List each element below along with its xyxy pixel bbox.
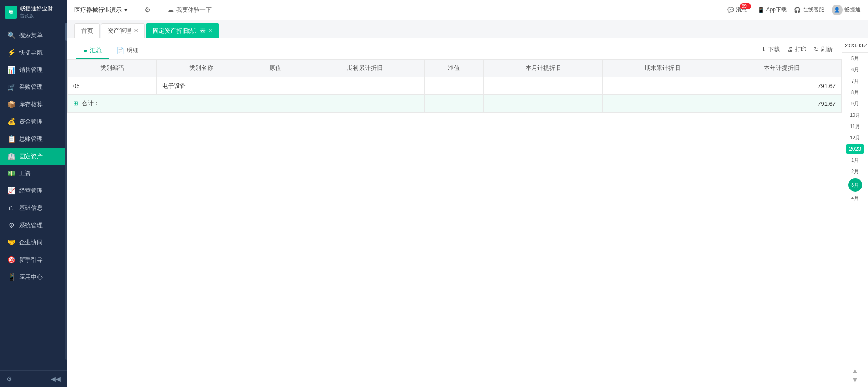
right-panel: 2023.03 ⤢ ✕ 5月 6月 7月 8月 9月 10月 11月 12月 2… <box>842 38 868 387</box>
lightning-icon: ⚡ <box>7 49 15 57</box>
refresh-icon: ↻ <box>814 46 819 53</box>
detail-tab-icon: 📄 <box>116 47 124 54</box>
building-icon: 🏢 <box>7 152 15 160</box>
sidebar-header: 畅 畅捷通好业财 普及版 <box>0 0 67 25</box>
sidebar-item-sales[interactable]: 📊 销售管理 <box>0 61 67 79</box>
summary-initial-dep <box>305 95 424 113</box>
topbar-settings-icon[interactable]: ⚙ <box>144 5 151 14</box>
year-2023-label: 2023 <box>846 144 864 154</box>
sidebar-item-system[interactable]: ⚙ 系统管理 <box>0 217 67 234</box>
trend-icon: 📈 <box>7 187 15 195</box>
banknote-icon: 💵 <box>7 169 15 178</box>
collapse-icon[interactable]: ◀◀ <box>51 375 61 382</box>
tab-fixed-depreciation[interactable]: 固定资产折旧统计表 ✕ <box>146 23 219 38</box>
tab-fixed-close[interactable]: ✕ <box>208 28 213 34</box>
sidebar-item-corp[interactable]: 🤝 企业协同 <box>0 234 67 251</box>
settings-footer-icon[interactable]: ⚙ <box>6 375 12 382</box>
app-title-block: 畅捷通好业财 普及版 <box>20 5 53 19</box>
subtab-summary[interactable]: ● 汇总 <box>76 43 109 59</box>
content: ● 汇总 📄 明细 ⬇ 下载 🖨 打印 <box>67 38 868 387</box>
scroll-up-btn[interactable]: ▲ <box>852 367 858 374</box>
user-avatar: 👤 <box>832 5 843 15</box>
month-item-5[interactable]: 5月 <box>842 53 868 64</box>
search-icon: 🔍 <box>7 31 15 40</box>
topbar-divider <box>136 5 136 15</box>
sidebar-item-fixed[interactable]: 🏢 固定资产 <box>0 148 67 165</box>
messages-badge: 99+ <box>740 3 751 9</box>
customer-service-btn[interactable]: 🎧 在线客服 <box>794 6 824 14</box>
messages-btn[interactable]: 💬 消息 99+ <box>727 6 747 14</box>
sidebar-item-base[interactable]: 🗂 基础信息 <box>0 199 67 217</box>
right-panel-scroll: 5月 6月 7月 8月 9月 10月 11月 12月 2023 1月 2月 3月… <box>842 53 868 363</box>
experience-btn[interactable]: ☁ 我要体验一下 <box>168 6 212 14</box>
sidebar-item-ledger[interactable]: 📋 总账管理 <box>0 130 67 148</box>
print-btn[interactable]: 🖨 打印 <box>787 45 807 54</box>
message-icon: 💬 <box>727 7 734 13</box>
sidebar-item-label: 库存核算 <box>19 100 43 109</box>
cart-icon: 🛒 <box>7 83 15 91</box>
download-btn[interactable]: ⬇ 下载 <box>761 45 780 54</box>
month-item-12[interactable]: 12月 <box>842 132 868 144</box>
company-selector[interactable]: 医疗器械行业演示 ▾ <box>74 6 128 14</box>
sidebar-scroll-track <box>65 23 67 360</box>
month-item-6[interactable]: 6月 <box>842 64 868 75</box>
subtab-detail[interactable]: 📄 明细 <box>109 43 146 59</box>
summary-original <box>246 95 305 113</box>
tab-asset-close[interactable]: ✕ <box>134 28 138 34</box>
expand-icon[interactable]: ⤢ <box>863 42 868 49</box>
month-item-9[interactable]: 9月 <box>842 98 868 109</box>
sidebar-item-apps[interactable]: 📱 应用中心 <box>0 268 67 286</box>
sidebar-item-purchase[interactable]: 🛒 采购管理 <box>0 79 67 96</box>
dropdown-icon: ▾ <box>124 6 128 13</box>
month-item-2023-4[interactable]: 4月 <box>842 193 868 204</box>
month-item-8[interactable]: 8月 <box>842 87 868 98</box>
col-initial-dep: 期初累计折旧 <box>305 60 424 77</box>
tabbar: 首页 资产管理 ✕ 固定资产折旧统计表 ✕ <box>67 20 868 38</box>
month-item-2023-3[interactable]: 3月 <box>848 178 862 192</box>
col-name: 类别名称 <box>157 60 246 77</box>
app-subtitle: 普及版 <box>20 13 53 19</box>
table-header-row: 类别编码 类别名称 原值 期初累计折旧 净值 本月计提折旧 期末累计折旧 本年计… <box>68 60 842 77</box>
right-panel-title: 2023.03 <box>845 43 863 48</box>
col-monthly-dep: 本月计提折旧 <box>483 60 603 77</box>
tab-home[interactable]: 首页 <box>74 23 100 38</box>
summary-annual-dep: 791.67 <box>722 95 842 113</box>
sidebar-footer: ⚙ ◀◀ <box>0 370 67 387</box>
topbar-divider2 <box>159 5 159 15</box>
table-row: 05 电子设备 791.67 <box>68 77 842 95</box>
sidebar-item-ops[interactable]: 📈 经营管理 <box>0 182 67 199</box>
cell-original <box>246 77 305 95</box>
sidebar-item-inventory[interactable]: 📦 库存核算 <box>0 96 67 113</box>
summary-tab-icon: ● <box>84 47 87 54</box>
month-item-10[interactable]: 10月 <box>842 109 868 121</box>
month-item-7[interactable]: 7月 <box>842 75 868 87</box>
month-item-2023-2[interactable]: 2月 <box>842 166 868 177</box>
sidebar-item-payroll[interactable]: 💵 工资 <box>0 165 67 182</box>
app-download-label: App下载 <box>766 6 787 14</box>
app-download-btn[interactable]: 📱 App下载 <box>758 6 787 14</box>
col-code: 类别编码 <box>68 60 157 77</box>
sidebar-item-label: 搜索菜单 <box>19 31 43 40</box>
sidebar-item-fund[interactable]: 💰 资金管理 <box>0 113 67 130</box>
cell-code: 05 <box>68 77 157 95</box>
right-panel-bottom: ▲ ▼ <box>842 363 868 387</box>
refresh-btn[interactable]: ↻ 刷新 <box>814 45 833 54</box>
right-panel-actions: ⤢ ✕ <box>863 42 868 49</box>
cell-initial-dep <box>305 77 424 95</box>
sidebar-item-guide[interactable]: 🎯 新手引导 <box>0 251 67 268</box>
summary-end-dep <box>603 95 722 113</box>
scroll-down-btn[interactable]: ▼ <box>852 376 858 383</box>
folder-icon: 🗂 <box>7 204 15 212</box>
col-net: 净值 <box>424 60 483 77</box>
sidebar-item-quicknav[interactable]: ⚡ 快捷导航 <box>0 44 67 61</box>
company-name: 医疗器械行业演示 <box>74 6 122 14</box>
cell-end-dep <box>603 77 722 95</box>
subtab-summary-label: 汇总 <box>90 46 102 55</box>
tab-asset-mgmt[interactable]: 资产管理 ✕ <box>101 23 145 38</box>
col-annual-dep: 本年计提折旧 <box>722 60 842 77</box>
month-item-11[interactable]: 11月 <box>842 121 868 132</box>
month-item-2023-1[interactable]: 1月 <box>842 154 868 166</box>
subtabs: ● 汇总 📄 明细 ⬇ 下载 🖨 打印 <box>67 38 842 59</box>
sidebar-item-search[interactable]: 🔍 搜索菜单 <box>0 27 67 44</box>
user-btn[interactable]: 👤 畅捷通 <box>832 5 861 15</box>
